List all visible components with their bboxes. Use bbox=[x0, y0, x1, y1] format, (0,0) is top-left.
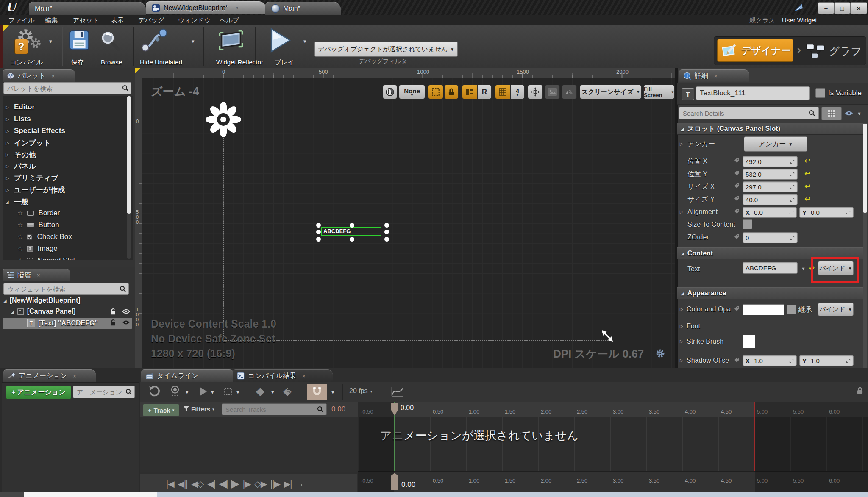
palette-category-lists[interactable]: ▷Lists bbox=[6, 115, 31, 123]
debug-object-dropdown[interactable]: デバッグオブジェクトが選択されていません ▼ bbox=[314, 42, 458, 57]
palette-category-panel[interactable]: ▷パネル bbox=[6, 161, 36, 171]
menu-help[interactable]: ヘルプ bbox=[220, 17, 239, 25]
palette-item-image[interactable]: ☆ Image bbox=[17, 244, 58, 253]
designer-mode-button[interactable]: デザイナー bbox=[717, 39, 793, 62]
play-dropdown-arrow[interactable]: ▾ bbox=[303, 38, 306, 44]
resize-handle[interactable] bbox=[350, 223, 354, 228]
unlocked-icon[interactable] bbox=[109, 319, 117, 326]
parent-class-value[interactable]: User Widget bbox=[782, 17, 817, 24]
resize-handle[interactable] bbox=[316, 223, 321, 228]
selected-text-widget[interactable]: ABCDEFG bbox=[321, 227, 381, 236]
current-time-display[interactable]: 0.00 bbox=[331, 405, 345, 414]
respect-locks-button[interactable]: R bbox=[477, 85, 492, 99]
details-tab[interactable]: 詳細 × bbox=[679, 69, 749, 82]
tab-close-icon[interactable]: × bbox=[37, 272, 40, 278]
favorite-star-icon[interactable]: ☆ bbox=[17, 233, 23, 241]
lock-playback-icon[interactable] bbox=[856, 386, 864, 395]
go-to-end-frame-button[interactable]: ||▶ bbox=[270, 479, 280, 489]
hierarchy-text-row[interactable]: T [Text] "ABCDEFG" bbox=[27, 319, 98, 327]
go-to-end-button[interactable]: ▶| bbox=[284, 479, 292, 489]
favorite-star-icon[interactable]: ☆ bbox=[17, 209, 23, 217]
play-dropdown-arrow[interactable]: ▾ bbox=[211, 389, 214, 395]
flip-preview-button[interactable] bbox=[562, 85, 577, 99]
step-back-button[interactable]: ◀| bbox=[207, 479, 215, 489]
palette-category-primitive[interactable]: ▷プリミティブ bbox=[6, 173, 58, 183]
add-track-button[interactable]: +Track▾ bbox=[143, 404, 179, 416]
range-dropdown-arrow[interactable]: ▾ bbox=[236, 389, 239, 395]
tab-close-icon[interactable]: × bbox=[302, 373, 306, 379]
shadow-x-field[interactable]: X1.0 bbox=[743, 355, 797, 366]
pos-y-field[interactable]: 532.0 bbox=[743, 169, 798, 180]
collapsed-arrow-icon[interactable]: ▷ bbox=[680, 358, 683, 363]
step-back-frame-button[interactable]: ◀|| bbox=[178, 479, 188, 489]
filters-dropdown[interactable]: Filters▾ bbox=[184, 405, 214, 413]
collapsed-arrow-icon[interactable]: ▷ bbox=[680, 324, 683, 328]
palette-category-input[interactable]: ▷インプット bbox=[6, 138, 51, 148]
color-bind-button[interactable]: バインド ▼ bbox=[818, 303, 854, 316]
lock-widgets-button[interactable] bbox=[444, 85, 459, 99]
throbber-image[interactable] bbox=[204, 100, 242, 139]
scrollbar-thumb[interactable] bbox=[863, 124, 867, 213]
collapsed-arrow-icon[interactable]: ▷ bbox=[680, 307, 683, 311]
palette-tab[interactable]: パレット × bbox=[3, 69, 75, 82]
record-icon[interactable] bbox=[169, 385, 181, 397]
property-matrix-button[interactable] bbox=[821, 107, 842, 120]
menu-file[interactable]: ファイル bbox=[8, 17, 34, 25]
compile-dropdown-arrow[interactable]: ▾ bbox=[49, 38, 52, 44]
inherit-checkbox[interactable] bbox=[787, 305, 796, 314]
hierarchy-root-row[interactable]: ◢[NewWidgetBlueprint] bbox=[3, 297, 81, 304]
display-filter-eye-icon[interactable] bbox=[844, 110, 854, 117]
hide-unrelated-dropdown-arrow[interactable]: ▾ bbox=[192, 38, 195, 44]
editor-arrow-icon[interactable] bbox=[793, 3, 804, 13]
resize-handle[interactable] bbox=[384, 237, 389, 242]
play-preview-icon[interactable] bbox=[198, 386, 208, 397]
palette-category-user-created[interactable]: ▷ユーザーが作成 bbox=[6, 185, 65, 195]
menu-edit[interactable]: 編集 bbox=[45, 17, 58, 25]
tab-close-icon[interactable]: × bbox=[73, 373, 76, 379]
record-dropdown-arrow[interactable]: ▾ bbox=[186, 389, 189, 395]
color-swatch[interactable] bbox=[743, 304, 784, 315]
hide-unrelated-button[interactable] bbox=[141, 28, 169, 53]
resize-handle[interactable] bbox=[350, 237, 354, 242]
size-x-field[interactable]: 297.0 bbox=[743, 181, 798, 192]
preview-background-button[interactable] bbox=[383, 85, 397, 99]
selection-range-icon[interactable] bbox=[224, 387, 232, 396]
visibility-eye-icon[interactable] bbox=[122, 319, 130, 325]
snap-button[interactable] bbox=[307, 384, 327, 400]
size-to-content-checkbox[interactable] bbox=[743, 219, 752, 229]
dpi-settings-gear-icon[interactable] bbox=[655, 348, 665, 358]
favorite-star-icon[interactable]: ☆ bbox=[17, 257, 23, 260]
resize-handle[interactable] bbox=[316, 230, 321, 234]
collapsed-arrow-icon[interactable]: ▷ bbox=[680, 142, 683, 146]
add-animation-button[interactable]: +アニメーション bbox=[6, 386, 71, 399]
loop-mode-button[interactable]: → bbox=[295, 479, 303, 489]
save-button[interactable] bbox=[68, 29, 91, 52]
timeline-tab[interactable]: タイムライン bbox=[141, 369, 234, 382]
palette-category-editor[interactable]: ▷Editor bbox=[6, 103, 35, 111]
reset-to-default-icon[interactable]: ↩ bbox=[804, 169, 810, 178]
alignment-x-field[interactable]: X0.0 bbox=[743, 207, 797, 218]
palette-search-input[interactable] bbox=[3, 82, 131, 94]
tab-close-icon[interactable]: × bbox=[52, 73, 55, 79]
hierarchy-tab[interactable]: 階層 × bbox=[3, 269, 70, 281]
visibility-eye-icon[interactable] bbox=[122, 308, 130, 314]
compile-results-tab[interactable]: コンパイル結果 × bbox=[233, 369, 333, 382]
collapsed-arrow-icon[interactable]: ▷ bbox=[680, 209, 683, 214]
menu-window[interactable]: ウィンドウ bbox=[178, 17, 211, 25]
favorite-star-icon[interactable]: ☆ bbox=[17, 245, 23, 253]
palette-item-button[interactable]: ☆ Button bbox=[17, 221, 59, 229]
unlocked-icon[interactable] bbox=[109, 308, 117, 315]
menu-view[interactable]: 表示 bbox=[111, 17, 124, 25]
palette-item-named-slot[interactable]: ☆ Named Slot bbox=[17, 256, 75, 260]
animation-tab[interactable]: アニメーション × bbox=[3, 369, 96, 382]
strike-brush-swatch[interactable] bbox=[743, 335, 755, 348]
menu-debug[interactable]: デバッグ bbox=[138, 17, 164, 25]
curve-editor-icon[interactable] bbox=[391, 386, 404, 397]
go-to-start-button[interactable]: |◀ bbox=[166, 479, 174, 489]
palette-item-check-box[interactable]: ☆ Check Box bbox=[17, 233, 72, 241]
undo-icon[interactable] bbox=[148, 386, 160, 397]
hierarchy-canvas-panel-row[interactable]: ◢ [Canvas Panel] bbox=[11, 308, 75, 315]
palette-category-misc[interactable]: ▷その他 bbox=[6, 150, 36, 160]
scrollbar-thumb[interactable] bbox=[127, 96, 131, 214]
search-tracks-input[interactable] bbox=[222, 403, 327, 415]
